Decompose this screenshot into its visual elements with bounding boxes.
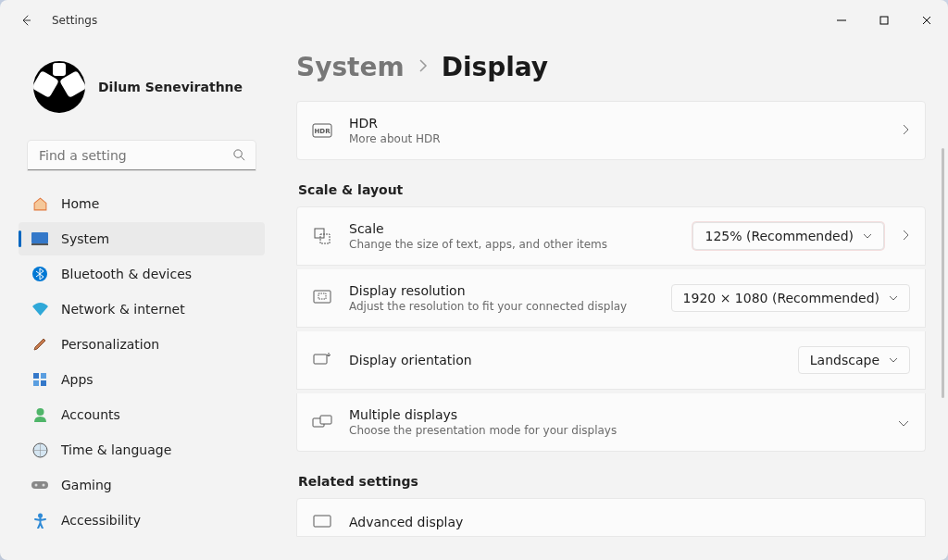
chevron-down-icon bbox=[889, 356, 898, 364]
sidebar-item-apps[interactable]: Apps bbox=[19, 363, 265, 396]
resolution-icon bbox=[312, 290, 332, 306]
brush-icon bbox=[31, 336, 48, 353]
close-button[interactable] bbox=[905, 6, 948, 35]
maximize-button[interactable] bbox=[863, 6, 905, 35]
svg-rect-19 bbox=[314, 291, 331, 303]
sidebar-item-label: Accessibility bbox=[61, 513, 141, 528]
svg-rect-18 bbox=[320, 234, 330, 243]
chevron-right-icon bbox=[418, 58, 429, 77]
window-title: Settings bbox=[52, 14, 97, 27]
sidebar-item-label: System bbox=[61, 231, 109, 246]
back-button[interactable] bbox=[11, 6, 41, 35]
svg-point-9 bbox=[36, 408, 44, 416]
sidebar-item-network[interactable]: Network & internet bbox=[19, 292, 265, 326]
multiple-displays-card[interactable]: Multiple displays Choose the presentatio… bbox=[296, 393, 926, 452]
search-icon bbox=[232, 148, 246, 166]
search-container bbox=[28, 141, 256, 170]
advanced-display-title: Advanced display bbox=[349, 515, 910, 529]
svg-rect-0 bbox=[880, 17, 888, 24]
breadcrumb: System Display bbox=[296, 52, 926, 82]
nav-list: Home System Bluetooth & devices Network … bbox=[19, 187, 265, 539]
settings-window: Settings Dilum Senevirathne Home System … bbox=[0, 0, 948, 560]
sidebar-item-system[interactable]: System bbox=[19, 222, 265, 255]
sidebar-item-accessibility[interactable]: Accessibility bbox=[19, 504, 265, 537]
scale-icon bbox=[312, 227, 332, 245]
svg-point-1 bbox=[234, 150, 242, 157]
advanced-display-card[interactable]: Advanced display bbox=[296, 498, 926, 537]
sidebar-item-time[interactable]: Time & language bbox=[19, 433, 265, 467]
multiple-displays-icon bbox=[312, 415, 332, 429]
sidebar-item-gaming[interactable]: Gaming bbox=[19, 468, 265, 502]
maximize-icon bbox=[879, 16, 889, 25]
sidebar: Dilum Senevirathne Home System Bluetooth… bbox=[0, 41, 276, 560]
sidebar-item-label: Bluetooth & devices bbox=[61, 267, 192, 281]
svg-rect-8 bbox=[41, 380, 46, 386]
orientation-select[interactable]: Landscape bbox=[798, 346, 910, 374]
chevron-right-icon bbox=[901, 228, 910, 245]
orientation-title: Display orientation bbox=[349, 353, 781, 367]
home-icon bbox=[31, 195, 48, 212]
wifi-icon bbox=[31, 301, 48, 317]
svg-rect-3 bbox=[31, 243, 48, 245]
titlebar: Settings bbox=[0, 0, 948, 41]
person-icon bbox=[31, 406, 48, 423]
scale-card[interactable]: Scale Change the size of text, apps, and… bbox=[296, 206, 926, 266]
chevron-down-icon bbox=[897, 414, 910, 431]
svg-rect-22 bbox=[320, 416, 331, 424]
arrow-left-icon bbox=[19, 13, 33, 28]
system-icon bbox=[31, 230, 48, 247]
hdr-subtitle: More about HDR bbox=[349, 132, 884, 145]
profile[interactable]: Dilum Senevirathne bbox=[19, 52, 265, 122]
orientation-card: Display orientation Landscape bbox=[296, 331, 926, 390]
breadcrumb-parent[interactable]: System bbox=[296, 52, 405, 82]
resolution-value: 1920 × 1080 (Recommended) bbox=[683, 291, 879, 305]
svg-point-12 bbox=[35, 484, 38, 487]
resolution-title: Display resolution bbox=[349, 283, 655, 298]
svg-rect-2 bbox=[31, 232, 48, 243]
scale-value: 125% (Recommended) bbox=[705, 229, 854, 243]
multiple-displays-subtitle: Choose the presentation mode for your di… bbox=[349, 424, 880, 437]
gamepad-icon bbox=[31, 477, 48, 493]
resolution-select[interactable]: 1920 × 1080 (Recommended) bbox=[671, 284, 910, 312]
avatar bbox=[33, 61, 85, 113]
sidebar-item-label: Time & language bbox=[61, 442, 171, 457]
sidebar-item-bluetooth[interactable]: Bluetooth & devices bbox=[19, 257, 265, 291]
svg-rect-11 bbox=[31, 481, 48, 489]
resolution-subtitle: Adjust the resolution to fit your connec… bbox=[349, 300, 655, 313]
svg-point-13 bbox=[43, 484, 45, 487]
chevron-down-icon bbox=[863, 232, 872, 240]
svg-rect-20 bbox=[314, 355, 327, 364]
bluetooth-icon bbox=[31, 266, 48, 282]
hdr-icon: HDR bbox=[312, 123, 332, 138]
section-related: Related settings bbox=[298, 474, 926, 489]
hdr-card[interactable]: HDR HDR More about HDR bbox=[296, 101, 926, 160]
resolution-card: Display resolution Adjust the resolution… bbox=[296, 269, 926, 328]
sidebar-item-label: Personalization bbox=[61, 337, 159, 352]
svg-rect-23 bbox=[314, 516, 331, 527]
breadcrumb-current: Display bbox=[442, 52, 548, 82]
scale-subtitle: Change the size of text, apps, and other… bbox=[349, 238, 676, 251]
scale-select[interactable]: 125% (Recommended) bbox=[692, 222, 884, 250]
sidebar-item-label: Apps bbox=[61, 372, 94, 387]
sidebar-item-home[interactable]: Home bbox=[19, 187, 265, 220]
svg-rect-17 bbox=[315, 229, 324, 238]
clock-globe-icon bbox=[31, 442, 48, 458]
svg-rect-7 bbox=[33, 380, 39, 386]
multiple-displays-title: Multiple displays bbox=[349, 407, 880, 422]
apps-icon bbox=[31, 371, 48, 388]
scrollbar[interactable] bbox=[942, 148, 944, 398]
minimize-button[interactable] bbox=[820, 6, 863, 35]
svg-rect-5 bbox=[33, 373, 39, 379]
search-input[interactable] bbox=[28, 141, 256, 170]
sidebar-item-label: Network & internet bbox=[61, 302, 185, 317]
window-controls bbox=[820, 6, 948, 35]
sidebar-item-accounts[interactable]: Accounts bbox=[19, 398, 265, 431]
sidebar-item-label: Home bbox=[61, 196, 99, 211]
sidebar-item-personalization[interactable]: Personalization bbox=[19, 328, 265, 361]
chevron-right-icon bbox=[901, 122, 910, 140]
svg-rect-6 bbox=[41, 373, 46, 379]
section-scale-layout: Scale & layout bbox=[298, 182, 926, 197]
orientation-icon bbox=[312, 352, 332, 368]
close-icon bbox=[922, 16, 931, 25]
main-content: System Display HDR HDR More about HDR Sc… bbox=[276, 41, 948, 560]
